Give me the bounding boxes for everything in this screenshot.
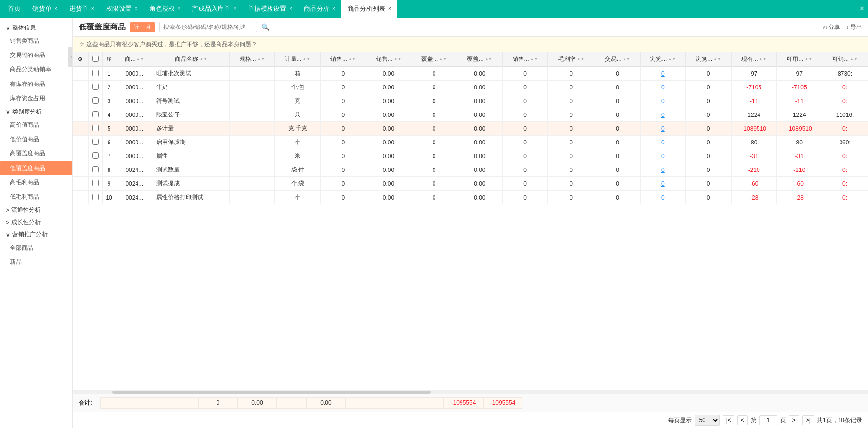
browse1-link[interactable]: 0 [661,112,665,118]
nav-tab-role[interactable]: 角色授权 × [143,0,187,18]
select-all-checkbox[interactable] [92,56,99,62]
sidebar-item-all-products[interactable]: 全部商品 [0,241,72,255]
row-browse1[interactable]: 0 [640,122,686,136]
search-button[interactable]: 🔍 [261,23,270,31]
cover1-column-header[interactable]: 覆盖...▲▼ [411,52,457,67]
search-input[interactable] [159,22,257,32]
cover2-sort[interactable]: 覆盖...▲▼ [467,55,492,63]
nav-tab-product-inbound[interactable]: 产成品入库单 × [186,0,242,18]
sidebar-item-capital[interactable]: 库存资金占用 [0,91,72,106]
next-page-button[interactable]: > [789,415,799,425]
sidebar-section-overall[interactable]: ∨ 整体信息 [0,22,72,34]
row-checkbox[interactable] [88,163,102,177]
sidebar-item-high-value[interactable]: 高价值商品 [0,118,72,132]
sales2-column-header[interactable]: 销售...▲▼ [366,52,411,67]
row-select-checkbox[interactable] [92,84,99,90]
browse1-link[interactable]: 0 [661,180,665,187]
browse1-link[interactable]: 0 [661,70,665,77]
row-checkbox[interactable] [88,81,102,94]
unit-sort[interactable]: 计量...▲▼ [285,55,310,63]
table-container[interactable]: ⚙ 序 商...▲▼ 商品名称▲▼ [73,52,868,390]
row-select-checkbox[interactable] [92,125,99,131]
row-checkbox[interactable] [88,94,102,108]
close-icon[interactable]: × [233,0,236,18]
row-browse1[interactable]: 0 [640,81,686,94]
row-select-checkbox[interactable] [92,180,99,186]
scrollbar-thumb[interactable] [112,391,431,394]
row-browse1[interactable]: 0 [640,94,686,108]
browse1-link[interactable]: 0 [661,194,665,201]
row-checkbox[interactable] [88,67,102,81]
name-sort[interactable]: 商品名称▲▼ [175,55,207,63]
profit-sort[interactable]: 毛利率▲▼ [558,55,585,63]
sidebar-section-circulation[interactable]: > 流通性分析 [0,204,72,216]
close-icon[interactable]: × [178,0,181,18]
close-all-button[interactable]: × [860,4,864,13]
row-browse1[interactable]: 0 [640,163,686,177]
row-select-checkbox[interactable] [92,166,99,172]
settings-column-header[interactable]: ⚙ [73,52,88,67]
row-browse1[interactable]: 0 [640,177,686,191]
share-button[interactable]: ⎋ 分享 [823,23,840,31]
close-icon[interactable]: × [332,0,335,18]
nav-tab-template[interactable]: 单据模板设置 × [242,0,298,18]
row-select-checkbox[interactable] [92,194,99,200]
nav-tab-home[interactable]: 首页 [2,0,27,18]
row-browse1[interactable]: 0 [640,67,686,81]
close-icon[interactable]: × [135,0,137,18]
stock1-sort[interactable]: 现有...▲▼ [741,55,767,63]
row-select-checkbox[interactable] [92,152,99,159]
prev-page-button[interactable]: < [737,415,748,425]
profit-column-header[interactable]: 毛利率▲▼ [548,52,595,67]
browse1-link[interactable]: 0 [661,98,665,105]
sidebar-item-low-coverage[interactable]: 低覆盖度商品 [0,161,72,175]
sidebar-item-traded-products[interactable]: 交易过的商品 [0,48,72,62]
close-icon[interactable]: × [54,0,57,18]
row-select-checkbox[interactable] [92,70,99,76]
row-browse1[interactable]: 0 [640,136,686,149]
nav-tab-analysis-list[interactable]: 商品分析列表 × [341,0,397,18]
row-browse1[interactable]: 0 [640,149,686,163]
checkbox-column-header[interactable] [88,52,102,67]
sidebar-section-marketing[interactable]: ∨ 营销推广分析 [0,228,72,241]
browse1-link[interactable]: 0 [661,139,665,146]
last-page-button[interactable]: >| [802,415,814,425]
row-select-checkbox[interactable] [92,111,99,117]
browse1-link[interactable]: 0 [661,153,665,160]
row-checkbox[interactable] [88,108,102,122]
row-checkbox[interactable] [88,122,102,136]
row-browse1[interactable]: 0 [640,108,686,122]
nav-tab-permission[interactable]: 权限设置 × [100,0,143,18]
browse1-sort[interactable]: 浏览...▲▼ [650,55,676,63]
export-button[interactable]: ↓ 导出 [846,23,862,31]
sidebar-item-high-profit[interactable]: 高毛利商品 [0,175,72,190]
sidebar-item-low-value[interactable]: 低价值商品 [0,132,72,146]
sidebar-section-growth[interactable]: > 成长性分析 [0,216,72,228]
cover1-sort[interactable]: 覆盖...▲▼ [421,55,447,63]
browse1-column-header[interactable]: 浏览...▲▼ [640,52,686,67]
sales2-sort[interactable]: 销售...▲▼ [376,55,402,63]
browse1-link[interactable]: 0 [661,84,665,91]
per-page-select[interactable]: 50 100 200 [695,415,720,426]
cover2-column-header[interactable]: 覆盖...▲▼ [457,52,503,67]
close-icon[interactable]: × [289,0,292,18]
browse2-column-header[interactable]: 浏览...▲▼ [686,52,732,67]
browse1-link[interactable]: 0 [661,167,665,173]
horizontal-scrollbar[interactable] [73,390,868,394]
name-column-header[interactable]: 商品名称▲▼ [153,52,230,67]
first-page-button[interactable]: |< [723,415,734,425]
row-browse1[interactable]: 0 [640,191,686,204]
sidebar-item-category-turnover[interactable]: 商品分类动销率 [0,62,72,77]
sales3-sort[interactable]: 销售...▲▼ [513,55,538,63]
sidebar-item-sales-products[interactable]: 销售类商品 [0,34,72,48]
sidebar-collapse-button[interactable]: « [68,47,73,67]
browse1-link[interactable]: 0 [661,125,665,132]
sidebar-section-category[interactable]: ∨ 类别度分析 [0,106,72,118]
sidebar-item-low-profit[interactable]: 低毛利商品 [0,190,72,204]
close-icon[interactable]: × [91,0,94,18]
row-checkbox[interactable] [88,177,102,191]
nav-tab-purchase[interactable]: 进货单 × [63,0,100,18]
spec-sort[interactable]: 规格...▲▼ [240,55,265,63]
row-select-checkbox[interactable] [92,97,99,104]
trade-sort[interactable]: 交易...▲▼ [605,55,630,63]
